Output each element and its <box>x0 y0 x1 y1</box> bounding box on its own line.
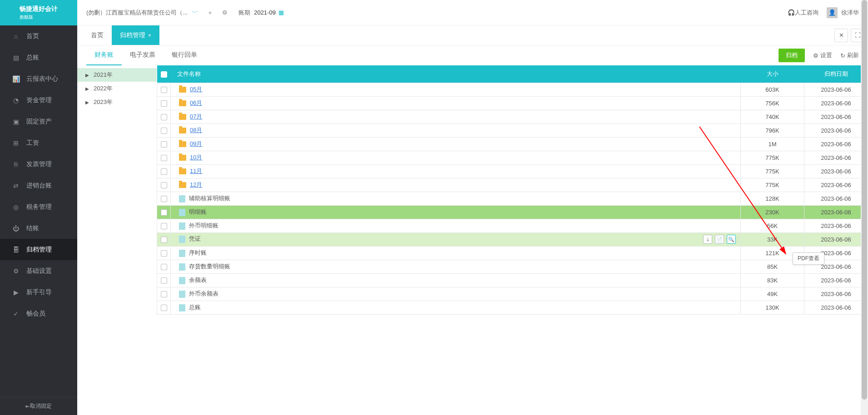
table-row[interactable]: 11月775K2023-06-06 <box>157 164 868 178</box>
row-checkbox[interactable] <box>161 128 167 134</box>
col-name: 文件名称 <box>171 65 741 83</box>
file-name[interactable]: 06月 <box>190 99 202 106</box>
close-icon[interactable]: × <box>148 32 151 39</box>
subtab-电子发票[interactable]: 电子发票 <box>122 45 164 65</box>
table-row[interactable]: 09月1M2023-06-06 <box>157 137 868 151</box>
row-checkbox[interactable] <box>161 264 167 270</box>
file-name[interactable]: 外币余额表 <box>189 290 218 297</box>
nav-vip[interactable]: ✓畅会员 <box>0 303 77 324</box>
year-2022年[interactable]: ▶2022年 <box>77 82 157 95</box>
table-row[interactable]: 总账130K2023-06-06 <box>157 301 868 314</box>
nav-tax[interactable]: ◎税务管理 <box>0 196 77 217</box>
close-tab-button[interactable]: ✕ <box>834 29 848 42</box>
row-checkbox[interactable] <box>161 114 167 120</box>
help-link[interactable]: 🎧 人工咨询 <box>788 9 818 17</box>
row-checkbox[interactable] <box>161 291 167 297</box>
file-name[interactable]: 05月 <box>190 86 202 93</box>
table-row[interactable]: 凭证⤓📄🔍33K2023-06-06 <box>157 232 868 246</box>
nav-home[interactable]: ⌂首页 <box>0 25 77 47</box>
table-row[interactable]: 存货数量明细账85K2023-06-06 <box>157 260 868 273</box>
subtab-财务账[interactable]: 财务账 <box>86 45 122 65</box>
select-all-checkbox[interactable] <box>161 71 167 78</box>
nav-ledger[interactable]: ▤总账 <box>0 47 77 68</box>
settings-button[interactable]: ⚙设置 <box>813 51 832 59</box>
pin-toggle[interactable]: ⇤ 取消固定 <box>0 397 77 415</box>
file-name[interactable]: 11月 <box>190 168 202 174</box>
table-row[interactable]: 辅助核算明细账128K2023-06-06 <box>157 192 868 205</box>
file-name[interactable]: 总账 <box>189 304 201 311</box>
gear-icon: ⚙ <box>12 267 20 275</box>
pdf-view-icon[interactable]: 🔍 <box>727 235 736 244</box>
download-icon[interactable]: ⤓ <box>703 235 712 244</box>
add-icon[interactable]: ＋ <box>207 9 213 17</box>
nav-money[interactable]: ◔资金管理 <box>0 89 77 111</box>
period-value[interactable]: 2021-09 <box>254 9 276 16</box>
file-name[interactable]: 12月 <box>190 181 202 188</box>
file-name[interactable]: 08月 <box>190 127 202 133</box>
nav-label: 发票管理 <box>26 160 52 168</box>
table-row[interactable]: 序时账121K2023-06-06 <box>157 246 868 260</box>
table-row[interactable]: 07月740K2023-06-06 <box>157 110 868 124</box>
calendar-icon[interactable]: ▦ <box>278 9 284 16</box>
file-name[interactable]: 外币明细账 <box>189 222 218 229</box>
scrollbar[interactable] <box>861 0 868 415</box>
year-label: 2023年 <box>94 98 113 106</box>
row-checkbox[interactable] <box>161 155 167 161</box>
refresh-button[interactable]: ↻刷新 <box>840 51 859 59</box>
table-row[interactable]: 08月796K2023-06-06 <box>157 124 868 137</box>
row-checkbox[interactable] <box>161 209 167 216</box>
table-row[interactable]: 余额表83K2023-06-06 <box>157 273 868 287</box>
file-name[interactable]: 余额表 <box>189 277 207 283</box>
table-row[interactable]: 10月775K2023-06-06 <box>157 151 868 164</box>
year-2023年[interactable]: ▶2023年 <box>77 95 157 109</box>
table-row[interactable]: 外币明细账56K2023-06-06 <box>157 219 868 232</box>
refresh-label: 刷新 <box>847 51 859 59</box>
archive-button[interactable]: 归档 <box>779 49 805 62</box>
row-checkbox[interactable] <box>161 250 167 257</box>
row-checkbox[interactable] <box>161 196 167 202</box>
tab-归档管理[interactable]: 归档管理× <box>112 25 159 45</box>
row-checkbox[interactable] <box>161 168 167 175</box>
file-name[interactable]: 07月 <box>190 113 202 120</box>
nav-salary[interactable]: ⊞工资 <box>0 132 77 153</box>
user-name[interactable]: 徐泽华 <box>841 9 859 17</box>
table-row[interactable]: 05月603K2023-06-06 <box>157 83 868 96</box>
file-name[interactable]: 凭证 <box>189 235 201 242</box>
avatar[interactable]: 👤 <box>827 7 838 18</box>
row-checkbox[interactable] <box>161 87 167 93</box>
file-name[interactable]: 存货数量明细账 <box>189 263 230 270</box>
file-name[interactable]: 10月 <box>190 154 202 161</box>
nav-inout[interactable]: ⇄进销台账 <box>0 175 77 196</box>
nav-chart[interactable]: 📊云报表中心 <box>0 68 77 89</box>
file-size: 775K <box>741 151 804 164</box>
nav-archive[interactable]: 🗄归档管理 <box>0 239 77 260</box>
row-checkbox[interactable] <box>161 223 167 229</box>
file-name[interactable]: 明细账 <box>189 208 207 215</box>
nav-close[interactable]: ⏻结账 <box>0 217 77 239</box>
row-checkbox[interactable] <box>161 182 167 188</box>
row-checkbox[interactable] <box>161 100 167 107</box>
nav-label: 基础设置 <box>26 267 52 275</box>
company-selector[interactable]: (勿删）江西服宝精品有限责任公司（... ﹀ <box>86 9 203 17</box>
file-name[interactable]: 辅助核算明细账 <box>189 195 230 202</box>
subtab-银行回单[interactable]: 银行回单 <box>164 45 205 65</box>
nav-asset[interactable]: ▣固定资产 <box>0 111 77 132</box>
row-checkbox[interactable] <box>161 237 167 243</box>
file-name[interactable]: 序时账 <box>189 249 207 256</box>
row-checkbox[interactable] <box>161 305 167 311</box>
nav-guide[interactable]: ▶新手引导 <box>0 282 77 303</box>
pdf-icon[interactable]: 📄 <box>715 235 724 244</box>
tab-首页[interactable]: 首页 <box>83 25 112 45</box>
row-checkbox[interactable] <box>161 277 167 284</box>
row-checkbox[interactable] <box>161 141 167 148</box>
table-row[interactable]: 06月756K2023-06-06 <box>157 96 868 110</box>
file-name[interactable]: 09月 <box>190 140 202 147</box>
table-row[interactable]: 明细账230K2023-06-06 <box>157 205 868 219</box>
chart-icon: 📊 <box>12 75 20 83</box>
nav-invoice[interactable]: ⎘发票管理 <box>0 153 77 175</box>
nav-gear[interactable]: ⚙基础设置 <box>0 260 77 282</box>
table-row[interactable]: 12月775K2023-06-06 <box>157 178 868 192</box>
year-2021年[interactable]: ▶2021年 <box>77 68 157 82</box>
table-row[interactable]: 外币余额表49K2023-06-06 <box>157 287 868 301</box>
gear-icon[interactable]: ⚙ <box>222 9 228 16</box>
